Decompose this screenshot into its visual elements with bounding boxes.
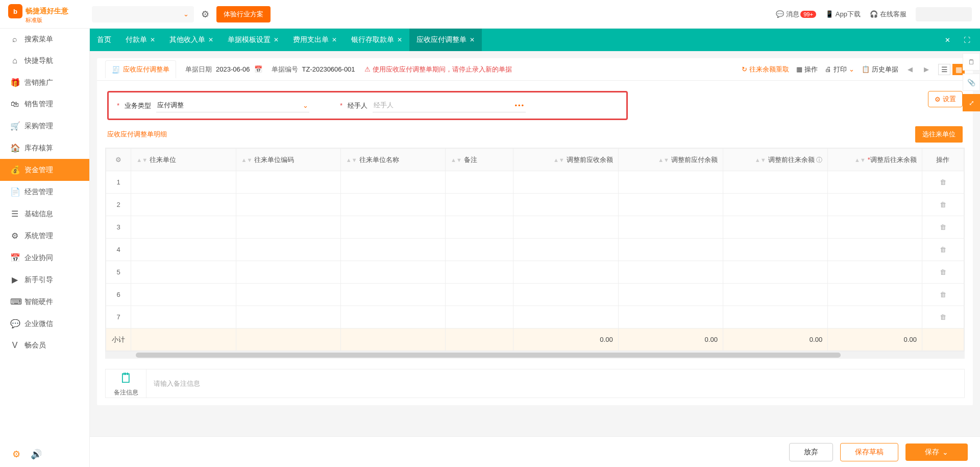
col-post-bal[interactable]: ▲▼*调整后往来余额 xyxy=(828,149,922,171)
float-note[interactable]: 🗒 xyxy=(963,53,980,71)
sidebar-sound-icon[interactable]: 🔊 xyxy=(31,449,42,460)
sidebar-item[interactable]: 💬企业微信 xyxy=(0,313,89,335)
sidebar-item[interactable]: 🏠库存核算 xyxy=(0,137,89,159)
tab-close-icon[interactable]: ✕ xyxy=(470,36,475,43)
sidebar-item[interactable]: ▶新手引导 xyxy=(0,269,89,291)
table-row[interactable]: 4🗑 xyxy=(106,239,964,261)
sidebar-item[interactable]: 🛍销售管理 xyxy=(0,94,89,115)
col-pre-pay[interactable]: ▲▼调整前应付余额 xyxy=(618,149,723,171)
logo-text: 畅捷通好生意 xyxy=(26,7,68,16)
row-config-header[interactable]: ⚙ xyxy=(106,149,131,171)
sidebar-item[interactable]: 🎁营销推广 xyxy=(0,72,89,94)
table-row[interactable]: 7🗑 xyxy=(106,306,964,329)
chat-icon: 💬 xyxy=(776,10,784,18)
col-partner-name[interactable]: ▲▼往来单位名称 xyxy=(340,149,445,171)
tab-close-icon[interactable]: ✕ xyxy=(208,36,213,43)
tab[interactable]: 应收应付调整单✕ xyxy=(409,29,482,51)
sidebar-item[interactable]: 🛒采购管理 xyxy=(0,115,89,137)
handler-field: * 经手人 经手人 ••• xyxy=(340,99,526,112)
messages-link[interactable]: 💬 消息 99+ xyxy=(776,10,816,19)
sidebar-item[interactable]: ⚙系统管理 xyxy=(0,225,89,247)
info-icon[interactable]: ⓘ xyxy=(816,156,822,164)
gear-icon[interactable]: ⚙ xyxy=(201,9,209,20)
subtotal-row: 小计 0.00 0.00 0.00 0.00 xyxy=(106,329,964,351)
tab[interactable]: 首页 xyxy=(90,29,118,51)
handler-select[interactable]: 经手人 ••• xyxy=(373,99,526,112)
sidebar-item-label: 智能硬件 xyxy=(24,297,53,307)
sidebar-item[interactable]: 📄经营管理 xyxy=(0,181,89,203)
sidebar-item[interactable]: ⌕搜索菜单 xyxy=(0,29,89,50)
sidebar-item[interactable]: 💰资金管理 xyxy=(0,159,89,181)
table-row[interactable]: 3🗑 xyxy=(106,216,964,239)
tab-close-icon[interactable]: ✕ xyxy=(274,36,279,43)
row-delete[interactable]: 🗑 xyxy=(922,171,964,194)
tab-expand[interactable]: ⛶ xyxy=(960,33,974,47)
col-pre-recv[interactable]: ▲▼调整前应收余额 xyxy=(513,149,618,171)
next-doc[interactable]: ▶ xyxy=(922,65,931,73)
tab-close-icon[interactable]: ✕ xyxy=(397,36,402,43)
org-selector[interactable]: ⌄ xyxy=(92,6,194,22)
prev-doc[interactable]: ◀ xyxy=(905,65,915,73)
row-delete[interactable]: 🗑 xyxy=(922,194,964,216)
sidebar-item[interactable]: ☰基础信息 xyxy=(0,203,89,225)
table-row[interactable]: 5🗑 xyxy=(106,261,964,284)
operate-dropdown[interactable]: ▦ 操作 xyxy=(796,65,818,74)
col-pre-bal[interactable]: ▲▼调整前往来余额 ⓘ xyxy=(723,149,827,171)
sidebar-item[interactable]: ⌨智能硬件 xyxy=(0,291,89,313)
sidebar-item-icon: 🎁 xyxy=(10,78,19,87)
col-partner[interactable]: ▲▼往来单位 xyxy=(131,149,236,171)
history-link[interactable]: 📋 历史单据 xyxy=(862,65,898,74)
user-avatar[interactable] xyxy=(916,7,972,21)
row-delete[interactable]: 🗑 xyxy=(922,216,964,239)
recalc-balance-link[interactable]: ↻ 往来余额重取 xyxy=(742,65,789,74)
row-delete[interactable]: 🗑 xyxy=(922,239,964,261)
sidebar-settings-icon[interactable]: ⚙ xyxy=(12,449,20,460)
tab-label: 费用支出单 xyxy=(293,35,329,44)
tab[interactable]: 付款单✕ xyxy=(118,29,162,51)
choose-partner-button[interactable]: 选往来单位 xyxy=(915,126,963,143)
row-delete[interactable]: 🗑 xyxy=(922,284,964,306)
table-row[interactable]: 1🗑 xyxy=(106,171,964,194)
float-attach[interactable]: 📎 xyxy=(963,74,980,91)
tab[interactable]: 费用支出单✕ xyxy=(286,29,344,51)
online-service-link[interactable]: 🎧 在线客服 xyxy=(870,10,906,19)
row-number: 6 xyxy=(106,284,131,306)
sidebar-item-label: 快捷导航 xyxy=(24,56,53,65)
sidebar-item-icon: ⚙ xyxy=(10,231,19,241)
print-dropdown[interactable]: 🖨 打印 ⌄ xyxy=(825,65,854,74)
row-delete[interactable]: 🗑 xyxy=(922,261,964,284)
messages-badge: 99+ xyxy=(800,11,816,18)
view-list[interactable]: ☰ xyxy=(938,64,950,75)
experience-button[interactable]: 体验行业方案 xyxy=(216,6,271,22)
horizontal-scrollbar[interactable] xyxy=(105,352,965,359)
tab[interactable]: 单据模板设置✕ xyxy=(220,29,286,51)
table-row[interactable]: 6🗑 xyxy=(106,284,964,306)
table-row[interactable]: 2🗑 xyxy=(106,194,964,216)
remark-input[interactable] xyxy=(146,369,964,398)
footer-actions: 放弃 保存草稿 保存 ⌄ xyxy=(90,436,980,467)
sidebar-item-label: 销售管理 xyxy=(24,100,53,109)
sidebar-item-label: 新手引导 xyxy=(24,275,53,285)
tab[interactable]: 其他收入单✕ xyxy=(162,29,220,51)
calendar-icon[interactable]: 📅 xyxy=(254,65,262,73)
tab[interactable]: 银行存取款单✕ xyxy=(344,29,409,51)
tab-close-all[interactable]: ✕ xyxy=(940,33,954,47)
biz-type-select[interactable]: 应付调整 ⌄ xyxy=(156,99,309,112)
tab-close-icon[interactable]: ✕ xyxy=(150,36,155,43)
form-settings-button[interactable]: ⚙ 设置 xyxy=(928,91,963,107)
sidebar-item[interactable]: 📅企业协同 xyxy=(0,247,89,269)
float-expand[interactable]: ⤢ xyxy=(963,94,980,111)
sidebar-item[interactable]: V畅会员 xyxy=(0,335,89,356)
app-download-link[interactable]: 📱 App下载 xyxy=(825,10,861,19)
sidebar-item[interactable]: ⌂快捷导航 xyxy=(0,50,89,72)
row-delete[interactable]: 🗑 xyxy=(922,306,964,329)
save-draft-button[interactable]: 保存草稿 xyxy=(840,443,898,461)
tab-label: 银行存取款单 xyxy=(351,35,394,44)
tab-close-icon[interactable]: ✕ xyxy=(332,36,337,43)
sidebar-item-icon: ⌨ xyxy=(10,297,19,307)
discard-button[interactable]: 放弃 xyxy=(789,443,833,461)
col-remark[interactable]: ▲▼备注 xyxy=(446,149,513,171)
col-partner-code[interactable]: ▲▼往来单位编码 xyxy=(236,149,340,171)
tab-bar: 首页付款单✕其他收入单✕单据模板设置✕费用支出单✕银行存取款单✕应收应付调整单✕… xyxy=(90,29,980,51)
save-button[interactable]: 保存 ⌄ xyxy=(905,443,968,461)
